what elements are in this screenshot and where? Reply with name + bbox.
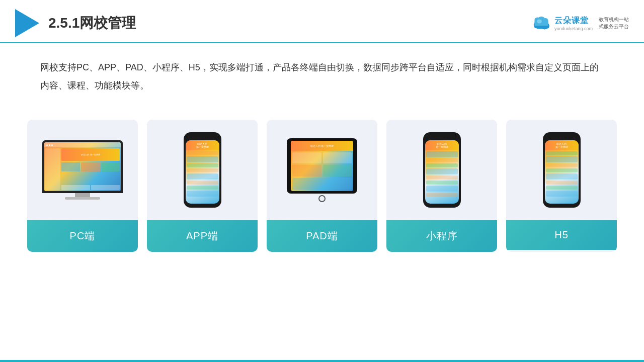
card-pc: 职达人的 第一堂网课 <box>27 120 138 252</box>
card-app: 职达人的第一堂网课 <box>147 120 258 252</box>
page-title: 2.5.1网校管理 <box>48 14 136 33</box>
brand-text: 云朵课堂 yunduoketang.com <box>554 16 593 31</box>
header-left: 2.5.1网校管理 <box>15 9 136 37</box>
card-h5: 职达人的第一堂网课 <box>506 120 617 252</box>
card-pc-image: 职达人的 第一堂网课 <box>27 120 138 220</box>
svg-point-9 <box>537 19 542 23</box>
card-miniprogram-label: 小程序 <box>386 220 497 252</box>
card-pc-label: PC端 <box>27 220 138 252</box>
header-right: 云朵课堂 yunduoketang.com 教育机构一站 式服务云平台 <box>531 16 629 31</box>
card-miniprogram: 职达人的第一堂网课 <box>386 120 497 252</box>
card-app-label: APP端 <box>147 220 258 252</box>
card-pad: 职达人的 第一堂网课 PAD端 <box>267 120 377 252</box>
brand-slogan: 教育机构一站 式服务云平台 <box>599 16 629 30</box>
phone-mockup-h5: 职达人的第一堂网课 <box>543 132 581 208</box>
cloud-icon <box>531 16 551 31</box>
phone-mockup-app: 职达人的第一堂网课 <box>184 132 221 208</box>
tablet-mockup: 职达人的 第一堂网课 <box>287 138 357 202</box>
brand-logo: 云朵课堂 yunduoketang.com 教育机构一站 式服务云平台 <box>531 16 629 31</box>
card-pad-label: PAD端 <box>267 220 377 252</box>
phone-mockup-mini: 职达人的第一堂网课 <box>423 132 461 208</box>
card-app-image: 职达人的第一堂网课 <box>147 120 258 220</box>
card-miniprogram-image: 职达人的第一堂网课 <box>386 120 497 220</box>
description-text: 网校支持PC、APP、PAD、小程序、H5，实现多端打通，产品各终端自由切换，数… <box>40 62 599 90</box>
header: 2.5.1网校管理 云朵课堂 yunduoketang.com 教育机构一站 式 <box>0 0 644 43</box>
cards-container: 职达人的 第一堂网课 <box>0 105 644 252</box>
brand-name: 云朵课堂 <box>554 16 589 26</box>
description: 网校支持PC、APP、PAD、小程序、H5，实现多端打通，产品各终端自由切换，数… <box>0 43 644 100</box>
card-h5-label: H5 <box>506 220 617 250</box>
card-pad-image: 职达人的 第一堂网课 <box>267 120 377 220</box>
bottom-bar <box>0 360 644 362</box>
pc-mockup: 职达人的 第一堂网课 <box>42 140 123 200</box>
tablet-home-btn <box>318 195 326 202</box>
logo-icon <box>15 9 39 37</box>
brand-url: yunduoketang.com <box>554 26 593 31</box>
card-h5-image: 职达人的第一堂网课 <box>506 120 617 220</box>
